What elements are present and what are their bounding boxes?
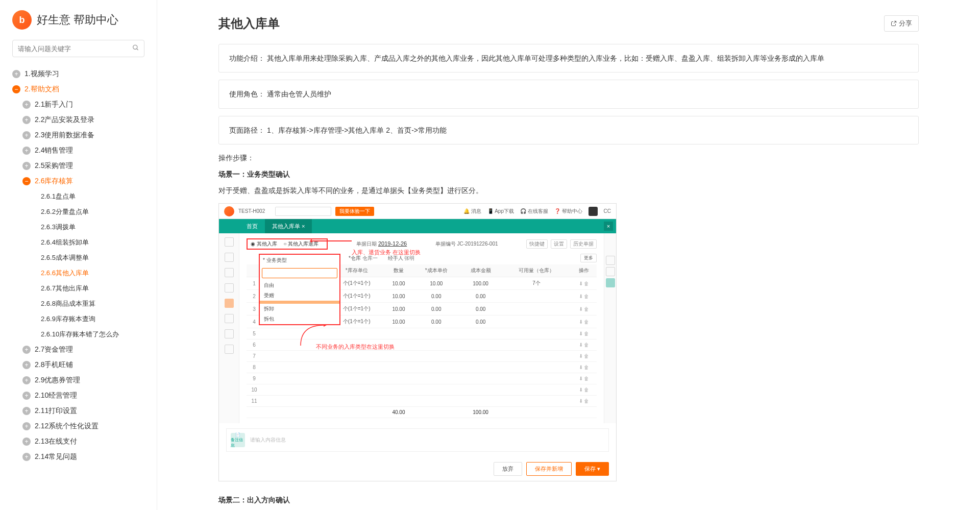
table-cell: ⬇ 🗑 (571, 315, 597, 328)
table-cell: ⬇ 🗑 (571, 362, 597, 373)
nav-item[interactable]: +2.5采购管理 (12, 158, 144, 174)
plus-icon: + (22, 131, 31, 139)
nav-item[interactable]: +2.11打印设置 (12, 403, 144, 419)
nav-item[interactable]: +2.8手机旺铺 (12, 357, 144, 373)
nav-item-label: 2.6.7其他出库单 (41, 284, 89, 293)
nav-item[interactable]: +2.12系统个性化设置 (12, 419, 144, 434)
nav-item[interactable]: 2.6.10库存账本错了怎么办 (12, 327, 144, 342)
table-cell: 8 (247, 362, 262, 373)
nav-item[interactable]: 2.6.8商品成本重算 (12, 296, 144, 311)
shot-save-btn: 保存 ▾ (576, 462, 609, 476)
nav-item-label: 2.8手机旺铺 (35, 360, 73, 370)
table-total-cell (247, 407, 262, 418)
table-cell: 0.00 (413, 315, 459, 328)
nav-item[interactable]: 2.6.4组装拆卸单 (12, 235, 144, 250)
table-cell (502, 384, 571, 396)
table-cell (459, 396, 502, 407)
shot-side-icon (225, 237, 234, 247)
search-input[interactable] (12, 40, 144, 57)
plus-icon: + (22, 361, 31, 369)
table-row: 11⬇ 🗑 (247, 396, 597, 407)
shot-date: 单据日期 2019-12-26 (356, 240, 407, 248)
share-icon (891, 20, 897, 27)
nav-item[interactable]: +2.10经营管理 (12, 388, 144, 403)
table-cell (413, 339, 459, 351)
nav-item[interactable]: +2.7资金管理 (12, 342, 144, 357)
page-title: 其他入库单 (218, 15, 280, 32)
plus-icon: + (22, 407, 31, 415)
table-row: 10⬇ 🗑 (247, 384, 597, 396)
shot-gutter-icon (606, 267, 615, 276)
table-cell (502, 396, 571, 407)
shot-remarks: 📄备注信息 请输入内容信息 (226, 428, 609, 452)
search-icon[interactable] (132, 44, 139, 53)
nav-item[interactable]: −2.6库存核算 (12, 174, 144, 189)
nav-item-label: 2.10经营管理 (35, 391, 77, 400)
shot-radio-in: ◉ 其他入库 (251, 241, 277, 247)
embedded-screenshot: TEST-H002 我要体验一下 🔔 消息 📱 App下载 🎧 在线客服 ❓ 帮… (218, 203, 617, 481)
search-box (12, 40, 144, 57)
table-cell (329, 328, 384, 339)
page-header: 其他入库单 分享 (218, 15, 919, 32)
nav-item[interactable]: 2.6.5成本调整单 (12, 250, 144, 265)
brand-title: 好生意 帮助中心 (37, 12, 118, 28)
shot-hr-service: 🎧 在线客服 (520, 208, 548, 215)
shot-select-opt: 自由 (260, 280, 339, 290)
nav-item[interactable]: 2.6.6其他入库单 (12, 265, 144, 281)
nav-item[interactable]: +2.14常见问题 (12, 449, 144, 465)
shot-gutter-icon (606, 278, 615, 287)
nav-item-label: 2.6库存核算 (35, 177, 73, 186)
svg-point-0 (133, 45, 137, 49)
scene1-title: 场景一：业务类型确认 (218, 170, 919, 179)
table-cell (459, 384, 502, 396)
plus-icon: + (22, 392, 31, 400)
nav-item[interactable]: 2.6.7其他出库单 (12, 281, 144, 296)
nav-item[interactable]: +1.视频学习 (12, 66, 144, 82)
nav-item-label: 2.帮助文档 (24, 85, 59, 94)
plus-icon: + (22, 422, 31, 430)
shot-annotation-1: 入库、退货业务 在这里切换 (352, 249, 421, 256)
shot-arrow-icon (298, 323, 329, 343)
nav-item-label: 2.9优惠券管理 (35, 376, 80, 385)
table-total-cell (287, 407, 329, 418)
nav-item[interactable]: 2.6.3调拨单 (12, 220, 144, 235)
shot-select-opt: 拆卸 (260, 304, 339, 314)
nav-item[interactable]: −2.帮助文档 (12, 82, 144, 97)
table-total-cell (413, 407, 459, 418)
nav-item[interactable]: 2.6.9库存账本查询 (12, 311, 144, 327)
nav-item-label: 2.7资金管理 (35, 345, 73, 354)
share-button[interactable]: 分享 (884, 15, 919, 32)
nav-item[interactable]: +2.9优惠券管理 (12, 373, 144, 388)
nav-item-label: 2.6.1盘点单 (41, 192, 76, 201)
shot-save-add-btn: 保存并新增 (526, 462, 572, 476)
nav-item[interactable]: 2.6.2分量盘点单 (12, 204, 144, 220)
table-row: 8⬇ 🗑 (247, 362, 597, 373)
table-cell: 0.00 (459, 290, 502, 303)
nav-item[interactable]: +2.1新手入门 (12, 97, 144, 112)
nav-item[interactable]: +2.13在线支付 (12, 434, 144, 449)
plus-icon: + (22, 346, 31, 354)
table-cell (287, 384, 329, 396)
table-cell (384, 373, 413, 384)
path-text: 1、库存核算->库存管理->其他入库单 2、首页->常用功能 (267, 126, 447, 134)
shot-select-dropdown: * 业务类型 自由 受赠 拆卸 拆包 (259, 254, 340, 325)
role-label: 使用角色： (229, 90, 265, 98)
shot-remarks-icon: 📄备注信息 (231, 433, 245, 447)
table-header: *成本单价 (413, 264, 459, 277)
shot-more-btn: 更多 (580, 254, 597, 262)
nav-item-label: 2.2产品安装及登录 (35, 115, 94, 125)
nav-item[interactable]: +2.4销售管理 (12, 143, 144, 158)
table-cell (329, 396, 384, 407)
table-cell: ⬇ 🗑 (571, 384, 597, 396)
table-cell: 0.00 (413, 290, 459, 303)
nav-item[interactable]: +2.2产品安装及登录 (12, 112, 144, 128)
table-cell (459, 351, 502, 362)
table-cell: 11 (247, 396, 262, 407)
table-cell (262, 373, 287, 384)
nav-item[interactable]: +2.3使用前数据准备 (12, 128, 144, 143)
nav-item[interactable]: 2.6.1盘点单 (12, 189, 144, 204)
table-cell: ⬇ 🗑 (571, 373, 597, 384)
table-total-cell (329, 407, 384, 418)
shot-header-right: 🔔 消息 📱 App下载 🎧 在线客服 ❓ 帮助中心 CC (463, 207, 611, 216)
table-cell (287, 373, 329, 384)
